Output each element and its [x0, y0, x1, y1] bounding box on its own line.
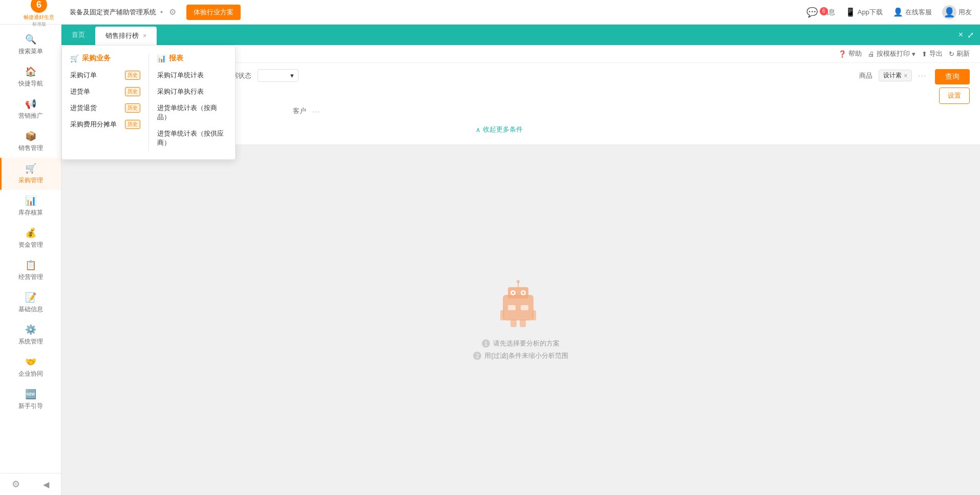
window-maximize-icon[interactable]: ⤢ — [967, 30, 974, 40]
status-select[interactable]: ▾ — [258, 69, 299, 82]
sidebar-item-quick-nav[interactable]: 🏠 快捷导航 — [0, 61, 61, 93]
svg-point-4 — [512, 292, 514, 294]
tab-actions: × ⤢ — [958, 30, 980, 40]
system-title: 装备及固定资产辅助管理系统 — [70, 8, 156, 17]
goods-tag-close[interactable]: × — [904, 72, 907, 79]
sidebar-item-marketing[interactable]: 📢 营销推广 — [0, 93, 61, 125]
tab-home-label: 首页 — [72, 30, 85, 39]
help-icon: ❓ — [838, 50, 846, 58]
menu-item-goods-stat[interactable]: 进货单统计表（按商品） — [157, 100, 227, 125]
menu-item-purchase-order[interactable]: 采购订单 历史 — [70, 67, 140, 83]
sidebar-item-operation[interactable]: 📋 经营管理 — [0, 254, 61, 287]
tab-sales-ranking-label: 销售排行榜 — [105, 31, 139, 40]
print-dropdown-icon[interactable]: ▾ — [912, 50, 915, 58]
sidebar: 🔍 搜索菜单 🏠 快捷导航 📢 营销推广 📦 销售管理 🛒 采购管理 📊 库存核… — [0, 25, 61, 495]
history-badge-purchase-receipt: 历史 — [125, 87, 140, 96]
svg-rect-9 — [532, 310, 536, 320]
menu-item-purchase-order-exec[interactable]: 采购订单执行表 — [157, 83, 227, 100]
logo-icon: 6 — [31, 0, 47, 13]
refresh-item[interactable]: ↻ 刷新 — [949, 49, 970, 58]
window-close-icon[interactable]: × — [958, 30, 963, 39]
sidebar-item-basic-info[interactable]: 📝 基础信息 — [0, 287, 61, 319]
logo-text: 畅捷通好生意 — [24, 14, 54, 21]
empty-svg — [490, 279, 551, 331]
purchase-dropdown-menu: 🛒 采购业务 采购订单 历史 进货单 历史 进货退货 历史 — [61, 45, 236, 160]
svg-rect-10 — [510, 319, 517, 327]
menu-item-purchase-return[interactable]: 进货退货 历史 — [70, 100, 140, 116]
history-badge-purchase-order: 历史 — [125, 71, 140, 80]
online-service-label: 在线客服 — [905, 8, 932, 17]
header-actions: ❓ 帮助 🖨 按模板打印 ▾ ⬆ 导出 ↻ 刷新 — [838, 49, 970, 58]
print-icon: 🖨 — [868, 50, 875, 58]
user-avatar: 👤 — [942, 5, 956, 19]
empty-state: 1 请先选择要分析的方案 2 用[过滤]条件来缩小分析范围 — [61, 145, 980, 495]
goods-more[interactable]: ··· — [918, 72, 927, 79]
svg-rect-6 — [508, 305, 516, 310]
tab-close-icon[interactable]: × — [143, 32, 146, 39]
system-settings-icon[interactable]: ⚙ — [169, 7, 176, 17]
marketing-icon: 📢 — [25, 98, 36, 110]
tab-home[interactable]: 首页 — [61, 25, 95, 45]
system-icon: ⚙️ — [25, 324, 36, 335]
status-dropdown-icon: ▾ — [290, 72, 294, 79]
basic-info-icon: 📝 — [25, 292, 36, 303]
sidebar-item-inventory[interactable]: 📊 库存核算 — [0, 190, 61, 222]
sidebar-collapse-icon[interactable]: ◀ — [43, 480, 49, 489]
sidebar-item-guide[interactable]: 🆕 新手引导 — [0, 383, 61, 416]
search-icon: 🔍 — [25, 34, 36, 45]
export-item[interactable]: ⬆ 导出 — [922, 49, 943, 58]
customer-more[interactable]: ··· — [312, 107, 321, 115]
sidebar-item-enterprise[interactable]: 🤝 企业协同 — [0, 351, 61, 383]
svg-rect-11 — [520, 319, 526, 327]
empty-tip-1: 1 请先选择要分析的方案 — [482, 339, 560, 348]
experience-button[interactable]: 体验行业方案 — [186, 5, 241, 20]
menu-item-supplier-stat[interactable]: 进货单统计表（按供应商） — [157, 125, 227, 151]
menu-item-purchase-order-stat[interactable]: 采购订单统计表 — [157, 67, 227, 83]
logo-sub: 标准版 — [32, 21, 46, 28]
goods-label: 商品 — [859, 71, 872, 80]
message-item[interactable]: 💬 6 消息 — [806, 7, 835, 18]
sidebar-item-purchase[interactable]: 🛒 采购管理 — [0, 158, 61, 190]
sidebar-item-system[interactable]: ⚙️ 系统管理 — [0, 319, 61, 351]
tab-bar: 首页 销售排行榜 × × ⤢ — [61, 25, 980, 45]
sidebar-item-finance[interactable]: 💰 资金管理 — [0, 222, 61, 254]
purchase-section-icon: 🛒 — [70, 54, 79, 62]
purchase-section-title: 🛒 采购业务 — [70, 54, 140, 63]
help-item[interactable]: ❓ 帮助 — [838, 49, 862, 58]
tab-sales-ranking[interactable]: 销售排行榜 × — [95, 27, 157, 45]
customer-label: 客户 — [293, 106, 306, 116]
online-service-item[interactable]: 👤 在线客服 — [893, 7, 932, 17]
report-section: 📊 报表 采购订单统计表 采购订单执行表 进货单统计表（按商品） 进货单统计表（… — [149, 50, 236, 155]
message-badge: 6 — [820, 7, 828, 15]
top-right: 💬 6 消息 📱 App下载 👤 在线客服 👤 用友 — [806, 5, 972, 19]
menu-item-purchase-receipt[interactable]: 进货单 历史 — [70, 83, 140, 100]
refresh-icon: ↻ — [949, 50, 954, 58]
active-indicator — [0, 158, 2, 190]
message-icon: 💬 — [806, 7, 818, 18]
app-download-item[interactable]: 📱 App下载 — [845, 7, 883, 17]
history-badge-purchase-expense: 历史 — [125, 120, 140, 129]
empty-illustration — [490, 279, 551, 331]
svg-point-5 — [522, 292, 524, 294]
print-item[interactable]: 🖨 按模板打印 ▾ — [868, 49, 915, 58]
collapse-icon: ∧ — [476, 126, 481, 134]
finance-icon: 💰 — [25, 227, 36, 239]
content-area: 首页 销售排行榜 × × ⤢ 🛒 采购业务 — [61, 25, 980, 495]
system-dropdown-icon[interactable]: ▾ — [160, 9, 163, 15]
svg-point-13 — [517, 280, 520, 283]
logo-area: 6 畅捷通好生意 标准版 — [8, 0, 70, 28]
user-item[interactable]: 👤 用友 — [942, 5, 972, 19]
purchase-section: 🛒 采购业务 采购订单 历史 进货单 历史 进货退货 历史 — [62, 50, 148, 155]
tip-num-2: 2 — [473, 352, 481, 360]
settings-button[interactable]: 设置 — [939, 88, 970, 104]
export-icon: ⬆ — [922, 50, 927, 58]
sidebar-bottom: ⚙ ◀ — [0, 473, 61, 495]
empty-tip-2: 2 用[过滤]条件来缩小分析范围 — [473, 351, 568, 360]
query-button[interactable]: 查询 — [935, 69, 970, 84]
menu-item-purchase-expense[interactable]: 采购费用分摊单 历史 — [70, 116, 140, 133]
sidebar-item-search[interactable]: 🔍 搜索菜单 — [0, 29, 61, 61]
sidebar-item-sales[interactable]: 📦 销售管理 — [0, 125, 61, 158]
sidebar-settings-icon[interactable]: ⚙ — [12, 479, 20, 490]
operation-icon: 📋 — [25, 260, 36, 271]
purchase-icon: 🛒 — [25, 163, 36, 174]
